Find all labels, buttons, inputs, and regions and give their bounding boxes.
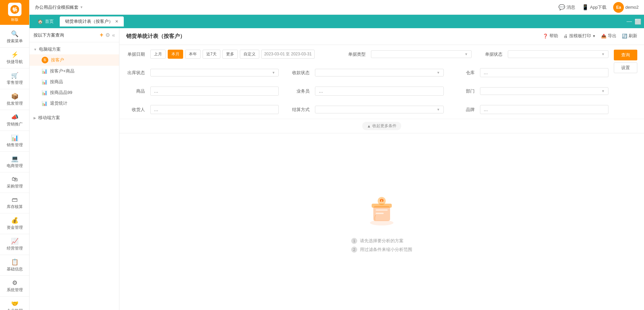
query-button[interactable]: 查询 [614,50,637,60]
settings-scheme-btn[interactable]: ⚙ [105,32,110,38]
left-panel-actions: + ⚙ « [100,32,115,39]
template-print-btn[interactable]: 🖨 按模板打印 ▼ [564,33,596,39]
tree-item-by-goods[interactable]: 📊 按商品 [30,76,119,87]
sidebar-item-enterprise-collab[interactable]: 🤝 企业协同 [0,297,29,310]
user-profile[interactable]: Ea demo2 [613,2,639,13]
export-icon: 📤 [601,34,606,39]
order-type-control: ▼ [371,50,472,58]
message-btn[interactable]: 💬 消息 [558,4,575,10]
help-btn[interactable]: ❓ 帮助 [543,33,558,39]
out-status-select[interactable]: ▼ [150,69,279,76]
sidebar-item-purchase-mgmt[interactable]: 🛍 采购管理 [0,172,29,193]
settlement-select[interactable]: ▼ [315,106,443,113]
tree-item-by-customer[interactable]: 客 按客户 [30,54,119,66]
date-btn-last-month[interactable]: 上月 [150,50,166,59]
sidebar-item-marketing[interactable]: 📣 营销推广 [0,110,29,131]
tree-item-by-customer-goods[interactable]: 📊 按客户+商品 [30,66,119,76]
chart-icon-1: 📊 [42,68,47,74]
settings-button[interactable]: 设置 [614,62,637,73]
date-btn-this-month[interactable]: 本月 [168,50,183,59]
svg-point-8 [380,200,381,202]
svg-point-9 [382,200,383,202]
add-scheme-btn[interactable]: + [100,32,104,39]
home-icon: 🏠 [38,19,43,24]
left-panel-header: 按以下方案查询 + ⚙ « [30,28,119,42]
tree-item-return-stats[interactable]: 📊 退货统计 [30,98,119,109]
sidebar-item-basic-info[interactable]: 📋 基础信息 [0,255,29,276]
left-panel: 按以下方案查询 + ⚙ « ▼ 电脑端方案 客 按客户 📊 按客 [30,28,119,310]
app-download-btn[interactable]: 📱 App下载 [582,4,606,10]
svg-rect-5 [376,209,388,211]
sidebar: 畅 标版 🔍 搜索菜单 ⚡ 快捷导航 🛒 零售管理 📦 批发管理 📣 营销推广 … [0,0,30,310]
template-print-label: 按模板打印 [569,33,591,39]
empty-illustration [362,191,402,231]
tree-expand-icon-mobile: ▶ [34,116,36,120]
warehouse-label: 仓库 [456,70,475,76]
sidebar-item-label: 系统管理 [7,287,23,293]
date-btn-last-7-days[interactable]: 近7天 [203,50,220,59]
svg-rect-6 [376,213,384,214]
tab-home[interactable]: 🏠 首页 [32,16,59,27]
tree-item-label: 按客户+商品 [50,68,74,74]
goods-select[interactable]: … [150,87,279,96]
window-minimize-btn[interactable]: — [627,18,632,24]
sidebar-item-quick-nav[interactable]: ⚡ 快捷导航 [0,48,29,68]
message-label: 消息 [567,4,575,10]
sidebar-item-operations-mgmt[interactable]: 📈 经营管理 [0,234,29,255]
date-btn-this-year[interactable]: 本年 [185,50,201,59]
sidebar-item-wholesale-mgmt[interactable]: 📦 批发管理 [0,89,29,110]
collapse-panel-btn[interactable]: « [112,32,115,38]
sidebar-item-sales-mgmt[interactable]: 📊 销售管理 [0,131,29,152]
marketing-icon: 📣 [11,113,18,121]
window-maximize-btn[interactable]: ⬜ [635,18,641,25]
account-dropdown[interactable]: 办公用品行业模拟账套 ▼ [35,4,83,10]
ecommerce-mgmt-icon: 💻 [11,155,18,162]
sidebar-item-ecommerce-mgmt[interactable]: 💻 电商管理 [0,152,29,172]
collapse-up-icon: ▲ [367,124,371,128]
sidebar-item-finance-mgmt[interactable]: 💰 资金管理 [0,213,29,234]
sidebar-item-label: 基础信息 [7,266,23,272]
refresh-icon: 🔄 [622,34,627,39]
date-range-display: 2023-03-01 至 2023-03-31 [261,50,315,59]
export-label: 导出 [608,33,616,39]
collapse-button[interactable]: ▲ 收起更多条件 [362,122,401,130]
date-btn-more[interactable]: 更多 [222,50,238,59]
mobile-section-header[interactable]: ▶ 移动端方案 [30,113,119,123]
brand-label: 品牌 [456,107,475,113]
order-status-select[interactable]: ▼ [508,50,608,58]
department-control: ▼ [480,87,608,95]
refresh-btn[interactable]: 🔄 刷新 [622,33,637,39]
collapse-row[interactable]: ▲ 收起更多条件 [119,119,644,133]
department-select[interactable]: ▼ [480,87,608,95]
tab-sales-stats[interactable]: 销货单统计表（按客户） ✕ [60,16,124,27]
date-btn-custom[interactable]: 自定义 [240,50,259,59]
recipient-select[interactable]: … [150,105,279,114]
hint-num-2: 2 [351,247,357,253]
export-btn[interactable]: 📤 导出 [601,33,616,39]
sidebar-item-label: 库存核算 [7,204,23,210]
sidebar-item-inventory-calc[interactable]: 🗃 库存核算 [0,193,29,213]
salesperson-select[interactable]: … [315,87,443,96]
sidebar-item-label: 搜索菜单 [7,38,23,44]
order-status-chevron: ▼ [601,52,605,56]
tree-item-by-goods-99[interactable]: 📊 按商品品99 [30,87,119,98]
sidebar-item-system-mgmt[interactable]: ⚙ 系统管理 [0,276,29,297]
left-panel-title: 按以下方案查询 [34,32,64,38]
sidebar-item-retail-mgmt[interactable]: 🛒 零售管理 [0,68,29,89]
page-header-actions: ❓ 帮助 🖨 按模板打印 ▼ 📤 导出 🔄 刷新 [543,33,637,39]
order-type-select[interactable]: ▼ [371,50,472,58]
warehouse-select[interactable]: … [480,68,608,77]
sidebar-item-search-menu[interactable]: 🔍 搜索菜单 [0,27,29,48]
by-customer-icon: 客 [42,57,48,63]
hint-text-1: 请先选择要分析的方案 [360,238,404,244]
payment-status-control: ▼ [315,69,443,76]
payment-status-label: 收款状态 [291,70,310,76]
payment-status-select[interactable]: ▼ [315,69,443,76]
hint-text-2: 用过滤条件来缩小分析范围 [360,247,412,253]
tab-close-icon[interactable]: ✕ [115,19,118,24]
brand-select[interactable]: … [480,105,608,114]
desktop-section-header[interactable]: ▼ 电脑端方案 [30,44,119,54]
app-download-icon: 📱 [582,4,589,10]
message-icon: 💬 [558,4,565,10]
tree-expand-icon: ▼ [34,48,37,51]
